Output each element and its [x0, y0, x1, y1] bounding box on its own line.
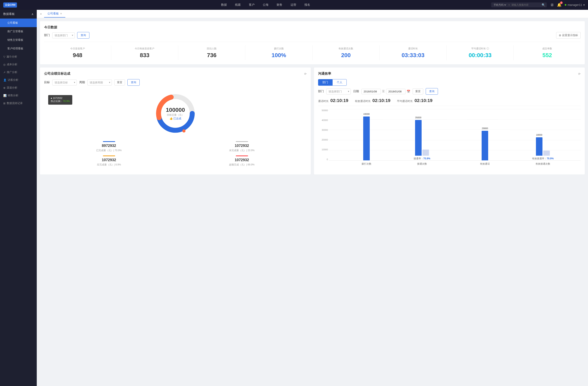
tab-company-board[interactable]: 公司看板 ✕: [44, 10, 65, 18]
sidebar-item-promote-board[interactable]: 推广主管看板: [0, 27, 37, 36]
stat-value: 1072932: [177, 158, 307, 162]
today-title: 今日数据: [44, 25, 581, 30]
notification-icon[interactable]: 🔔 5: [557, 3, 562, 7]
user-info[interactable]: manager11 ▾: [565, 3, 585, 6]
metric-value: 948: [46, 52, 109, 58]
target-label: 目标: [44, 81, 50, 84]
sidebar-item-channel[interactable]: ⊕ 渠道分析: [0, 84, 37, 92]
effective-rate-value: 70.9%: [547, 157, 554, 160]
dept-select[interactable]: 请选择部门: [52, 32, 75, 38]
bar-blue: [363, 116, 370, 160]
search-type-select[interactable]: 手机号码: [493, 3, 507, 6]
bar-chart-container: 50000 40000 30000 20000 10000 0: [318, 109, 581, 170]
tab-close-icon[interactable]: ✕: [60, 12, 62, 15]
sidebar-item-customer-board[interactable]: 客户经理看板: [0, 44, 37, 53]
sidebar-item-cost[interactable]: ◎ 成本分析: [0, 61, 37, 68]
visitor-icon: 👤: [3, 78, 6, 82]
comm-dept-select[interactable]: 请选择部门: [326, 89, 351, 95]
promote-icon: ↗: [3, 71, 5, 74]
target-panel-header: 公司业绩目标达成 ⟳: [44, 72, 307, 76]
metric-value: 833: [114, 52, 176, 58]
bars-valid: 29000: [482, 109, 488, 160]
date-end-input[interactable]: [386, 89, 405, 94]
period-select[interactable]: 请选择周期: [87, 79, 112, 85]
donut-area: ● 1072932 所占比例：70.9% 100000: [44, 89, 307, 138]
top-nav: 云朵CRM 数据 线索 客户 公海 财务 运营 报名 手机号码 ▾ 🔍 🖥 🔔 …: [0, 0, 588, 10]
metric-call-duration: 通话时长 03:33:03: [379, 45, 447, 60]
target-query-button[interactable]: 查询: [127, 79, 140, 86]
search-input[interactable]: [511, 3, 540, 6]
notification-badge: 5: [560, 1, 563, 4]
donut-achieved-label: 👍 已达成: [166, 117, 185, 120]
sidebar-collapse-icon[interactable]: ∧: [31, 12, 34, 16]
sidebar-item-label: 销售分析: [8, 94, 18, 97]
stat-bar-completed: [103, 141, 115, 142]
comm-avg-duration-value: 02:10:19: [415, 98, 432, 103]
search-icon[interactable]: 🔍: [542, 3, 545, 6]
sales-icon: 📊: [3, 94, 6, 97]
bars-effective: 18000: [536, 105, 550, 156]
target-stats-grid: 8972932 已完成量（元）| 70.9% 1072932 未完成量（元）| …: [44, 141, 307, 167]
info-icon[interactable]: ⓘ: [486, 47, 489, 50]
metric-label: 通话时长: [382, 47, 444, 50]
metric-value: 736: [181, 52, 243, 58]
donut-tooltip: ● 1072932 所占比例：70.9%: [48, 95, 72, 105]
comm-refresh-icon[interactable]: ⟳: [578, 72, 581, 76]
nav-sea[interactable]: 公海: [261, 2, 270, 8]
brand-name: 云朵CRM: [5, 3, 15, 6]
nav-right: 手机号码 ▾ 🔍 🖥 🔔 5 manager11 ▾: [491, 2, 585, 7]
nav-finance[interactable]: 财务: [275, 2, 284, 8]
date-start-input[interactable]: [361, 89, 381, 94]
comm-tab-personal[interactable]: 个人: [332, 79, 347, 86]
stat-completed: 8972932 已完成量（元）| 70.9%: [44, 141, 174, 152]
comm-stat-avg-duration: 平均通话时长02:10:19: [397, 98, 432, 103]
sidebar-item-record[interactable]: ⊞ 数据流转记录: [0, 99, 37, 107]
bar-value-label: 18000: [536, 134, 543, 136]
sidebar-item-sales-board[interactable]: 销售主管看板: [0, 36, 37, 44]
nav-data[interactable]: 数据: [219, 2, 229, 8]
target-select[interactable]: 请选择目标: [52, 79, 77, 85]
comm-reset-button[interactable]: 重置: [413, 88, 423, 95]
metric-label: 今日首咨客户: [46, 47, 109, 50]
date-label: 日期: [353, 90, 359, 93]
username: manager11: [567, 3, 582, 6]
bar-blue: [482, 131, 488, 160]
target-reset-button[interactable]: 重置: [114, 79, 125, 85]
sidebar-item-company-board[interactable]: 公司看板: [0, 19, 37, 27]
calendar-icon[interactable]: 📅: [407, 90, 410, 93]
tooltip-value: 1072932: [53, 97, 63, 99]
monitor-icon[interactable]: 🖥: [550, 3, 554, 7]
user-dropdown-icon[interactable]: ▾: [583, 3, 585, 6]
donut-center-label: 目标总量（元）: [166, 113, 185, 117]
y-label-20000: 20000: [318, 138, 328, 141]
today-query-button[interactable]: 查询: [77, 32, 89, 39]
nav-leads[interactable]: 线索: [233, 2, 242, 8]
refresh-icon[interactable]: ⟳: [304, 72, 307, 76]
sidebar-header[interactable]: 数据看板 ∧: [0, 10, 37, 19]
nav-register[interactable]: 报名: [303, 2, 312, 8]
tab-menu-icon[interactable]: ≡: [40, 12, 42, 16]
chart-group-connect: 35000 接通率：70.9%: [397, 105, 447, 160]
main-content: ≡ 公司看板 ✕ 今日数据 部门 请选择部门 查询 ⚙: [37, 10, 588, 178]
comm-query-button[interactable]: 查询: [426, 88, 438, 95]
bars-dial: 43000: [363, 109, 370, 160]
setting-icon: ⚙: [559, 34, 561, 37]
setting-display-button[interactable]: ⚙ 设置显示指标: [556, 32, 581, 39]
sidebar-item-funnel[interactable]: ▽ 漏斗分析: [0, 53, 37, 61]
stat-label: 应完成量（元）| 8.9%: [44, 163, 174, 167]
metrics-row: 今日首咨客户 948 今日有效首咨客户 833 回访人数 736 拨打次数 10…: [44, 42, 581, 60]
sidebar-item-label: 客户经理看板: [7, 47, 23, 50]
stat-value: 1072932: [44, 158, 174, 162]
comm-dept-label: 部门: [318, 90, 324, 93]
sidebar-item-visitor[interactable]: 👤 访客分析: [0, 76, 37, 84]
comm-tab-dept[interactable]: 部门: [318, 79, 332, 86]
cost-icon: ◎: [3, 63, 5, 66]
stat-bar-over: [236, 155, 248, 156]
metric-avg-duration: 平均通话时长 ⓘ 00:00:33: [447, 45, 514, 60]
sidebar-item-sales[interactable]: 📊 销售分析: [0, 92, 37, 99]
nav-customer[interactable]: 客户: [247, 2, 256, 8]
nav-operation[interactable]: 运营: [289, 2, 298, 8]
sidebar-item-promote[interactable]: ↗ 推广分析: [0, 68, 37, 76]
bar-connect-blue: 35000: [415, 120, 421, 156]
comm-panel: 沟通效率 ⟳ 部门 个人 部门 请选择部门 日期: [314, 68, 585, 174]
